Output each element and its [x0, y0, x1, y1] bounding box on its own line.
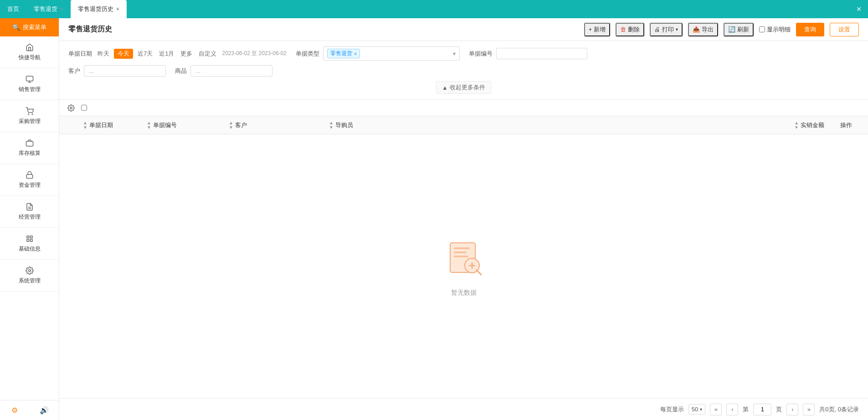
table-header: ▲▼ 单据日期 ▲▼ 单据编号 ▲▼ 客户 ▲▼ 导购员 ▲▼ 实销金额	[59, 116, 868, 134]
date-options: 昨天 今天 近7天 近1月 更多 自定义	[96, 49, 218, 59]
sidebar-item-basic-info[interactable]: 基础信息	[0, 228, 59, 260]
sidebar-settings-button[interactable]: ⚙	[7, 403, 22, 418]
sidebar-search[interactable]: 🔍 搜索菜单	[0, 18, 59, 36]
type-filter-tag: 零售退货 ×	[327, 49, 360, 58]
svg-point-9	[28, 270, 31, 272]
top-bar: 首页 零售退货 × 零售退货历史 × ×	[0, 0, 868, 18]
tab-retail-return[interactable]: 零售退货 ×	[26, 0, 71, 18]
goods-filter-input[interactable]: ...	[190, 65, 272, 77]
page-size-label: 每页显示	[660, 405, 684, 414]
total-info: 共0页, 0条记录	[819, 405, 859, 414]
table-settings-button[interactable]	[65, 102, 77, 114]
pagination-bar: 每页显示 50 ▾ « ‹ 第 页 › » 共0页, 0条记录	[59, 398, 868, 420]
collapse-icon: ▲	[442, 84, 448, 91]
date-filter-label: 单据日期	[68, 50, 92, 58]
filter-goods-item: 商品 ...	[175, 65, 272, 77]
svg-point-3	[28, 114, 29, 115]
query-button[interactable]: 查询	[796, 23, 824, 36]
sales-icon	[25, 75, 34, 84]
sidebar-item-purchase[interactable]: 采购管理	[0, 100, 59, 132]
print-button[interactable]: 🖨 打印 ▾	[650, 23, 683, 36]
th-client[interactable]: ▲▼ 客户	[225, 121, 325, 130]
page-input[interactable]	[753, 404, 771, 415]
sidebar-item-system[interactable]: 系统管理	[0, 260, 59, 292]
export-button[interactable]: 📤 导出	[688, 23, 718, 36]
date-opt-yesterday[interactable]: 昨天	[96, 49, 111, 59]
date-opt-more[interactable]: 更多	[179, 49, 194, 59]
empty-state: 暂无数据	[59, 134, 868, 398]
type-tag-close[interactable]: ×	[354, 51, 357, 56]
date-opt-1month[interactable]: 近1月	[157, 49, 176, 59]
empty-icon	[441, 236, 487, 282]
sidebar-item-inventory[interactable]: 库存核算	[0, 132, 59, 164]
th-amount[interactable]: ▲▼ 实销金额	[773, 121, 828, 130]
type-filter-select[interactable]: 零售退货 × ▾	[323, 46, 460, 61]
tab-retail-return-close[interactable]: ×	[60, 6, 63, 12]
system-icon	[25, 266, 34, 275]
type-select-arrow: ▾	[453, 51, 456, 57]
filter-area: 单据日期 昨天 今天 近7天 近1月 更多 自定义 2023-06-02 至 2…	[59, 41, 868, 100]
svg-rect-13	[454, 251, 467, 253]
collapse-button[interactable]: ▲ 收起更多条件	[436, 81, 491, 94]
show-detail-input[interactable]	[759, 26, 765, 32]
svg-rect-6	[26, 174, 33, 178]
refresh-button[interactable]: 🔄 刷新	[724, 23, 754, 36]
th-no[interactable]: ▲▼ 单据编号	[143, 121, 225, 130]
svg-rect-14	[454, 256, 468, 257]
delete-button[interactable]: 🗑 删除	[616, 23, 644, 36]
client-filter-input[interactable]: ...	[84, 65, 166, 77]
th-guide[interactable]: ▲▼ 导购员	[325, 121, 773, 130]
setting-button[interactable]: 设置	[830, 23, 859, 36]
date-range-text: 2023-06-02 至 2023-06-02	[222, 50, 286, 57]
main-layout: 🔍 搜索菜单 快捷导航 销售管理 采购管理 库存核算	[0, 18, 868, 420]
next-page-button[interactable]: ›	[786, 404, 798, 415]
show-detail-checkbox[interactable]: 显示明细	[759, 26, 791, 34]
tab-retail-return-history[interactable]: 零售退货历史 ×	[71, 0, 127, 18]
sidebar-audio-button[interactable]: 🔊	[37, 403, 51, 418]
tab-retail-return-history-close[interactable]: ×	[116, 6, 119, 12]
th-action: 操作	[828, 121, 864, 129]
svg-rect-12	[454, 247, 470, 249]
sidebar-item-finance[interactable]: 资金管理	[0, 164, 59, 196]
empty-text: 暂无数据	[451, 289, 477, 297]
sidebar-item-sales[interactable]: 销售管理	[0, 68, 59, 100]
svg-rect-5	[26, 141, 33, 146]
last-page-button[interactable]: »	[803, 404, 815, 415]
purchase-icon	[25, 107, 34, 116]
filter-row-2: 客户 ... 商品 ...	[68, 65, 859, 77]
filter-type-item: 单据类型 零售退货 × ▾	[296, 46, 460, 61]
operation-icon	[25, 202, 34, 211]
sidebar-item-quick-nav[interactable]: 快捷导航	[0, 36, 59, 68]
filter-no-item: 单据编号	[469, 48, 587, 59]
tab-home[interactable]: 首页	[0, 0, 26, 18]
table-container: ▲▼ 单据日期 ▲▼ 单据编号 ▲▼ 客户 ▲▼ 导购员 ▲▼ 实销金额	[59, 100, 868, 398]
type-filter-label: 单据类型	[296, 50, 319, 58]
new-button[interactable]: + 新增	[584, 23, 610, 36]
sidebar-item-operation[interactable]: 经营管理	[0, 196, 59, 228]
header-actions: + 新增 🗑 删除 🖨 打印 ▾ 📤 导出 🔄 刷新	[584, 23, 859, 36]
no-filter-input[interactable]	[496, 48, 587, 59]
filter-client-item: 客户 ...	[68, 65, 166, 77]
goods-filter-label: 商品	[175, 67, 187, 75]
select-all-checkbox[interactable]	[81, 105, 87, 111]
prev-page-button[interactable]: ‹	[726, 404, 738, 415]
sidebar: 🔍 搜索菜单 快捷导航 销售管理 采购管理 库存核算	[0, 18, 59, 420]
first-page-button[interactable]: «	[710, 404, 722, 415]
date-opt-custom[interactable]: 自定义	[197, 49, 218, 59]
page-size-select[interactable]: 50 ▾	[688, 404, 705, 415]
client-filter-label: 客户	[68, 67, 80, 75]
page-label: 第	[743, 405, 749, 414]
date-opt-7days[interactable]: 近7天	[136, 49, 154, 59]
table-toolbar	[59, 100, 868, 116]
date-opt-today[interactable]: 今天	[114, 49, 133, 59]
svg-point-10	[70, 107, 72, 109]
th-date[interactable]: ▲▼ 单据日期	[79, 121, 143, 130]
page-header: 零售退货历史 + 新增 🗑 删除 🖨 打印 ▾ 📤 导出	[59, 18, 868, 41]
window-close-button[interactable]: ×	[850, 0, 868, 18]
basic-info-icon	[25, 234, 34, 243]
sidebar-bottom: ⚙ 🔊	[0, 400, 59, 420]
page-unit: 页	[776, 405, 782, 414]
filter-row-1: 单据日期 昨天 今天 近7天 近1月 更多 自定义 2023-06-02 至 2…	[68, 46, 859, 61]
content-area: 零售退货历史 + 新增 🗑 删除 🖨 打印 ▾ 📤 导出	[59, 18, 868, 420]
inventory-icon	[25, 138, 34, 148]
